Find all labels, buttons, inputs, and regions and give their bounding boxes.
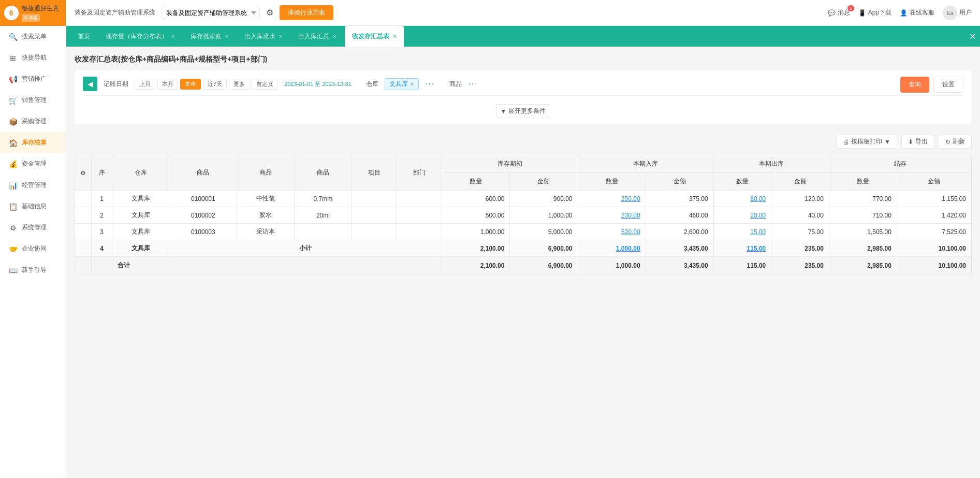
filter-panel: ◀ 记账日期 上月 本月 本年 近7天 更多 自定义 2023-01-01 至 … [75, 70, 972, 124]
app-download-action[interactable]: 📱 App下载 [858, 8, 891, 17]
cell-bal-amt: 1,420.00 [897, 207, 971, 224]
cell-warehouse: 文具库 [112, 191, 169, 207]
sidebar-item-cooperation[interactable]: 🤝 企业协同 [0, 238, 66, 259]
subtotal-open-amt: 6,900.00 [510, 240, 578, 257]
tab-inventory-dist[interactable]: 现存量（库存分布表） ✕ [98, 26, 182, 47]
avatar: Ea [943, 6, 957, 20]
tab-close-batch[interactable]: ✕ [225, 34, 229, 39]
footer-in-amt: 3,435.00 [646, 257, 713, 274]
expand-btn[interactable]: ▼ 展开更多条件 [496, 104, 551, 118]
tab-inout-flow[interactable]: 出入库流水 ✕ [237, 26, 290, 47]
subtotal-open-qty: 2,100.00 [442, 240, 510, 257]
operations-icon: 📊 [8, 181, 18, 190]
date-btn-this-year[interactable]: 本年 [180, 79, 201, 90]
sidebar-item-operations[interactable]: 📊 经营管理 [0, 175, 66, 196]
content-area: 收发存汇总表(按仓库+商品编码+商品+规格型号+项目+部门) ◀ 记账日期 上月… [66, 47, 980, 478]
tab-bar-close-icon[interactable]: ✕ [969, 32, 976, 41]
filter-settings-button[interactable]: 设置 [933, 77, 963, 93]
sidebar-item-system[interactable]: ⚙ 系统管理 [0, 217, 66, 238]
sidebar-item-basic-info[interactable]: 📋 基础信息 [0, 196, 66, 217]
goods-more-icon[interactable]: ··· [468, 79, 478, 89]
date-btn-custom[interactable]: 自定义 [252, 79, 278, 90]
cell-project [352, 224, 397, 240]
toolbar-right: 🖨 按模板打印 ▼ ⬇ 导出 ↻ 刷新 [836, 135, 972, 149]
tab-close-inout-summary[interactable]: ✕ [332, 34, 337, 39]
table-row: 2 文具库 0100002 胶水 20ml 500.00 1,000.00 23… [75, 207, 972, 224]
footer-out-qty: 115.00 [713, 257, 771, 274]
data-table: ⚙ 序 仓库 商品 商品 商品 项目 部门 库存期初 本期入库 本期出库 结存 … [75, 155, 972, 274]
footer-open-qty: 2,100.00 [442, 257, 510, 274]
cell-bal-amt: 7,525.00 [897, 224, 971, 240]
sidebar-item-inventory[interactable]: 🏠 库存核算 [0, 132, 66, 153]
tab-bar: 首页 现存量（库存分布表） ✕ 库存批次账 ✕ 出入库流水 ✕ 出入库汇总 ✕ … [66, 26, 980, 47]
sidebar-item-marketing[interactable]: 📢 营销推广 [0, 68, 66, 90]
messages-action[interactable]: 💬 消息 6 [828, 8, 850, 17]
col-project-header: 项目 [352, 155, 397, 191]
tab-batch[interactable]: 库存批次账 ✕ [183, 26, 236, 47]
tab-close-inventory-dist[interactable]: ✕ [171, 34, 175, 39]
warehouse-label: 仓库 [366, 80, 378, 89]
col-warehouse-header: 仓库 [112, 155, 169, 191]
date-btn-last-month[interactable]: 上月 [135, 79, 155, 90]
cell-in-qty[interactable]: 520.00 [578, 224, 646, 240]
sidebar-item-purchase[interactable]: 📦 采购管理 [0, 111, 66, 132]
date-btn-more[interactable]: 更多 [229, 79, 250, 90]
cell-in-qty[interactable]: 250.00 [578, 191, 646, 207]
col-in-amt-header: 金额 [646, 173, 713, 191]
footer-out-amt: 235.00 [771, 257, 829, 274]
export-btn[interactable]: ⬇ 导出 [901, 135, 934, 149]
sidebar-item-quick-nav[interactable]: ⊞ 快捷导航 [0, 47, 66, 68]
cell-warehouse: 文具库 [112, 224, 169, 240]
date-btn-this-month[interactable]: 本月 [157, 79, 178, 90]
sidebar-item-search[interactable]: 🔍 搜索菜单 [0, 26, 66, 47]
col-department-header: 部门 [397, 155, 442, 191]
subtotal-out-qty[interactable]: 115.00 [713, 240, 771, 257]
cell-in-qty[interactable]: 230.00 [578, 207, 646, 224]
col-out-qty-header: 数量 [713, 173, 771, 191]
cell-open-qty: 600.00 [442, 191, 510, 207]
cell-no: 3 [92, 224, 112, 240]
table-row: 3 文具库 0100003 采访本 1,000.00 5,000.00 520.… [75, 224, 972, 240]
cell-project [352, 207, 397, 224]
online-service-action[interactable]: 👤 在线客服 [900, 8, 934, 17]
tab-recv-send-summary[interactable]: 收发存汇总表 ✕ [345, 26, 404, 47]
query-button[interactable]: 查询 [900, 77, 929, 93]
cell-goods-name: 胶水 [237, 207, 294, 224]
tab-close-recv-send-summary[interactable]: ✕ [392, 34, 397, 39]
col-settings-icon[interactable]: ⚙ [80, 169, 86, 177]
tab-close-inout-flow[interactable]: ✕ [279, 34, 283, 39]
try-button[interactable]: 体验行业方案 [280, 5, 333, 20]
refresh-btn[interactable]: ↻ 刷新 [939, 135, 972, 149]
settings-gear-icon[interactable]: ⚙ [266, 8, 273, 18]
system-selector[interactable]: 装备及固定资产辅助管理系统 [162, 7, 260, 19]
cell-out-qty[interactable]: 80.00 [713, 191, 771, 207]
col-bal-qty-header: 数量 [829, 173, 897, 191]
tab-home[interactable]: 首页 [70, 26, 97, 47]
warehouse-remove-icon[interactable]: ✕ [410, 81, 414, 87]
sidebar-item-finance[interactable]: 💰 资金管理 [0, 153, 66, 175]
filter-toggle-btn[interactable]: ◀ [83, 77, 97, 91]
user-action[interactable]: Ea 用户 [943, 6, 972, 20]
col-open-amt-header: 金额 [510, 173, 578, 191]
tab-inout-summary[interactable]: 出入库汇总 ✕ [291, 26, 344, 47]
sidebar-item-guide[interactable]: 📖 新手引导 [0, 259, 66, 281]
refresh-icon: ↻ [945, 138, 950, 146]
page-title: 收发存汇总表(按仓库+商品编码+商品+规格型号+项目+部门) [75, 55, 972, 64]
logo-icon: 6 [4, 6, 19, 20]
cell-project [352, 191, 397, 207]
cell-in-amt: 375.00 [646, 191, 713, 207]
subtotal-in-qty[interactable]: 1,000.00 [578, 240, 646, 257]
cell-out-amt: 40.00 [771, 207, 829, 224]
date-btn-7days[interactable]: 近7天 [203, 79, 227, 90]
subtotal-out-amt: 235.00 [771, 240, 829, 257]
sidebar-item-sales[interactable]: 🛒 销售管理 [0, 90, 66, 111]
print-btn[interactable]: 🖨 按模板打印 ▼ [836, 135, 897, 149]
cell-bal-qty: 770.00 [829, 191, 897, 207]
cell-out-amt: 120.00 [771, 191, 829, 207]
warehouse-more-icon[interactable]: ··· [425, 79, 435, 89]
cell-out-qty[interactable]: 20.00 [713, 207, 771, 224]
cell-open-qty: 500.00 [442, 207, 510, 224]
col-settings-header[interactable]: ⚙ [75, 155, 92, 191]
cell-out-qty[interactable]: 15.00 [713, 224, 771, 240]
footer-row: 合计 2,100.00 6,900.00 1,000.00 3,435.00 1… [75, 257, 972, 274]
